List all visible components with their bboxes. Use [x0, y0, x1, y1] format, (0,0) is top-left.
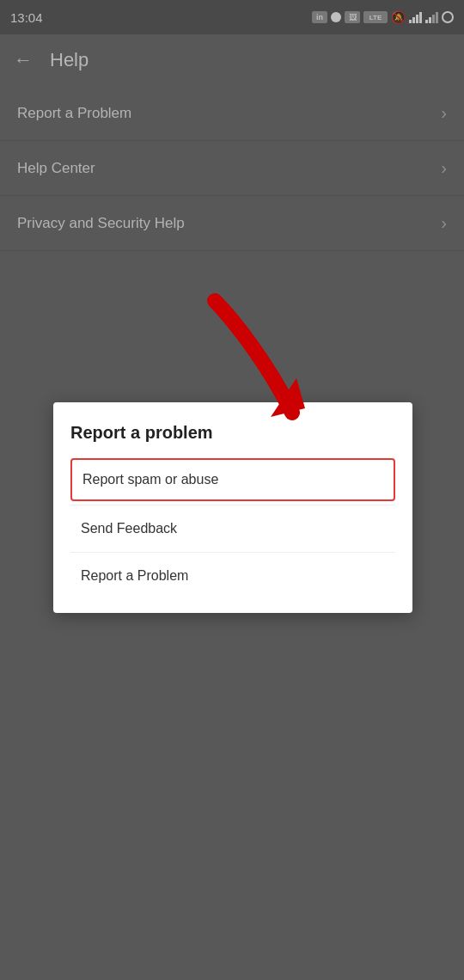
modal-divider-2 [70, 552, 395, 553]
modal-divider-1 [70, 505, 395, 505]
modal-item-send-feedback[interactable]: Send Feedback [70, 509, 395, 548]
modal-title: Report a problem [70, 423, 395, 443]
modal-item-report-spam[interactable]: Report spam or abuse [70, 458, 395, 501]
modal-item-report-problem[interactable]: Report a Problem [70, 556, 395, 596]
report-problem-modal: Report a problem Report spam or abuse Se… [53, 402, 412, 613]
